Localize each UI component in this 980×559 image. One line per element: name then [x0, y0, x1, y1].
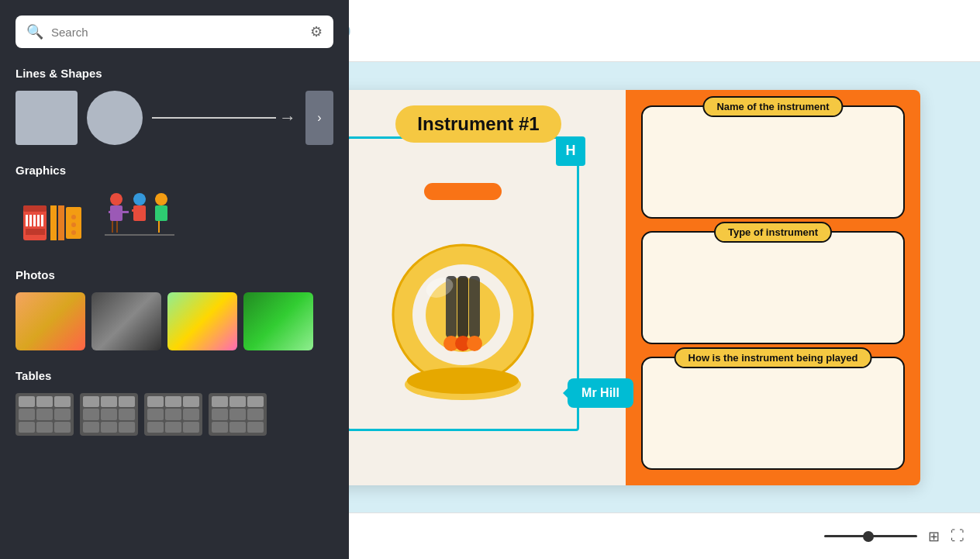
- svg-point-23: [155, 193, 167, 205]
- svg-rect-26: [105, 234, 174, 236]
- graphics-row: [16, 188, 333, 250]
- svg-rect-22: [132, 209, 136, 212]
- instrument-image[interactable]: [347, 136, 579, 431]
- svg-rect-1: [23, 205, 47, 212]
- shape-circle[interactable]: [87, 91, 143, 145]
- zoom-controls: [824, 535, 917, 537]
- svg-rect-2: [26, 215, 28, 226]
- zoom-slider[interactable]: [824, 535, 917, 537]
- instrument-title: Instrument #1: [395, 105, 561, 143]
- filter-icon[interactable]: ⚙: [310, 23, 323, 40]
- graphic-accordion[interactable]: [16, 188, 93, 250]
- table-template-3[interactable]: [144, 393, 202, 436]
- table-template-2[interactable]: [80, 393, 138, 436]
- svg-rect-18: [112, 221, 113, 233]
- name-card-label: Name of the instrument: [702, 96, 843, 117]
- svg-rect-8: [50, 205, 57, 240]
- photos-title: Photos: [16, 268, 333, 281]
- photo-4[interactable]: [243, 292, 313, 350]
- svg-point-20: [133, 193, 146, 205]
- svg-point-13: [71, 230, 76, 235]
- svg-rect-19: [116, 221, 118, 233]
- tables-title: Tables: [16, 369, 333, 382]
- photos-row: [16, 292, 333, 350]
- graphic-musicians[interactable]: [101, 188, 178, 250]
- svg-point-14: [110, 193, 122, 205]
- svg-point-12: [71, 223, 76, 227]
- photo-2[interactable]: [91, 292, 161, 350]
- slide-left: Instrument #1 H: [331, 90, 626, 485]
- sidebar: 🔍 ⚙ Lines & Shapes → › Graphics: [0, 0, 349, 559]
- slide-right: Name of the instrument Type of instrumen…: [626, 90, 920, 485]
- svg-rect-21: [133, 205, 146, 221]
- svg-rect-16: [109, 211, 115, 213]
- search-input[interactable]: [51, 26, 302, 39]
- svg-rect-4: [33, 215, 36, 226]
- svg-rect-17: [122, 211, 129, 213]
- photo-1[interactable]: [16, 292, 85, 350]
- svg-rect-9: [58, 205, 64, 240]
- played-card-label: How is the instrument being played: [675, 347, 872, 368]
- svg-point-32: [407, 367, 519, 394]
- table-template-1[interactable]: [16, 393, 74, 436]
- svg-point-11: [71, 215, 76, 219]
- svg-rect-35: [469, 276, 480, 338]
- slide: Instrument #1 H: [331, 90, 920, 485]
- svg-rect-3: [29, 215, 32, 226]
- bottom-bar: ⊞ ⛶: [271, 512, 980, 559]
- type-card[interactable]: Type of instrument: [641, 231, 905, 344]
- svg-rect-24: [155, 205, 167, 221]
- shape-arrow: →: [152, 108, 296, 128]
- svg-rect-5: [37, 215, 40, 226]
- played-card[interactable]: How is the instrument being played: [641, 357, 905, 470]
- fullscreen-icon[interactable]: ⛶: [951, 528, 964, 544]
- lines-shapes-title: Lines & Shapes: [16, 67, 333, 80]
- svg-rect-7: [26, 229, 45, 235]
- name-card[interactable]: Name of the instrument: [641, 105, 905, 219]
- canvas-area: Instrument #1 H: [271, 62, 980, 512]
- search-icon: 🔍: [26, 23, 43, 40]
- svg-point-38: [467, 336, 482, 351]
- h-badge: H: [556, 136, 585, 166]
- graphics-title: Graphics: [16, 164, 333, 177]
- mr-hill-badge: Mr Hill: [568, 378, 633, 408]
- svg-rect-34: [457, 276, 468, 338]
- screen-fit-icon[interactable]: ⊞: [928, 528, 940, 545]
- type-card-label: Type of instrument: [714, 222, 832, 243]
- shape-square[interactable]: [16, 91, 78, 145]
- search-bar: 🔍 ⚙: [16, 16, 333, 48]
- shapes-next-button[interactable]: ›: [305, 91, 333, 145]
- photo-3[interactable]: [167, 292, 237, 350]
- top-bar: 🌐 🕐: [271, 0, 980, 62]
- svg-rect-27: [424, 183, 502, 200]
- svg-rect-25: [158, 221, 160, 233]
- tables-row: [16, 393, 333, 436]
- table-template-4[interactable]: [209, 393, 267, 436]
- svg-rect-6: [41, 215, 43, 226]
- shapes-row: → ›: [16, 91, 333, 145]
